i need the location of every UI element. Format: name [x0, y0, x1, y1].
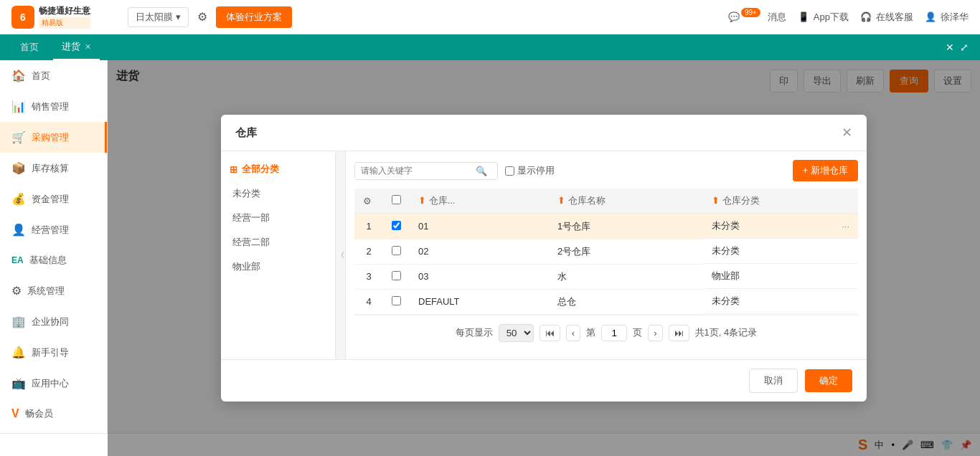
online-service-label: 在线客服	[876, 11, 913, 24]
category-all-item[interactable]: ⊞ 全部分类	[221, 157, 335, 181]
settings-icon[interactable]: ⚙	[197, 10, 207, 24]
row-name: 总仓	[549, 289, 704, 314]
category-item-property[interactable]: 物业部	[221, 255, 335, 279]
row-num: 3	[354, 264, 383, 289]
member-icon: V	[11, 407, 19, 420]
category-item-dept1[interactable]: 经营一部	[221, 206, 335, 230]
table-row[interactable]: 1 01 1号仓库 未分类 ···	[354, 214, 858, 239]
tab-purchase[interactable]: 进货 ✕	[53, 34, 100, 60]
table-body: 1 01 1号仓库 未分类 ··· 2 02 2号仓库 未分类 3 03 水 物…	[354, 214, 858, 315]
store-selector[interactable]: 日太阳膜 ▾	[128, 7, 189, 27]
tab-close-icon[interactable]: ✕	[85, 42, 91, 52]
th-checkbox	[383, 189, 410, 214]
sidebar-item-system[interactable]: ⚙ 系统管理	[0, 275, 107, 306]
top-header: 6 畅捷通好生意 精易版 日太阳膜 ▾ ⚙ 体验行业方案 💬 99+ 消息 📱 …	[0, 0, 980, 34]
row-checkbox-cell[interactable]	[383, 214, 410, 239]
sidebar-item-operations[interactable]: 👤 经营管理	[0, 214, 107, 245]
logo-area: 6 畅捷通好生意 精易版	[11, 5, 119, 29]
pagination: 每页显示 50 ⏮ ‹ 第 页 › ⏭ 共1页, 4条记录	[354, 315, 858, 351]
category-item-unclassified[interactable]: 未分类	[221, 181, 335, 206]
chevron-left-icon: 《	[337, 250, 344, 260]
sidebar-item-label-enterprise: 企业协同	[32, 315, 69, 328]
select-all-checkbox[interactable]	[392, 195, 401, 204]
row-checkbox[interactable]	[392, 271, 401, 280]
sidebar-item-inventory[interactable]: 📦 库存核算	[0, 153, 107, 184]
online-service-group[interactable]: 🎧 在线客服	[860, 11, 913, 24]
sidebar-item-enterprise[interactable]: 🏢 企业协同	[0, 306, 107, 337]
row-checkbox-cell[interactable]	[383, 289, 410, 314]
sidebar-item-basic[interactable]: EA 基础信息	[0, 245, 107, 275]
row-category: 未分类	[703, 239, 858, 264]
table-toolbar: 🔍 显示停用 + 新增仓库	[354, 160, 858, 181]
page-prev-button[interactable]: ‹	[566, 325, 580, 341]
sidebar-item-member[interactable]: V 畅会员	[0, 399, 107, 429]
app-logo-icon: 6	[11, 6, 34, 29]
sidebar-item-sales[interactable]: 📊 销售管理	[0, 91, 107, 122]
trial-button[interactable]: 体验行业方案	[216, 6, 292, 28]
row-code: DEFAULT	[410, 289, 549, 314]
category-property-label: 物业部	[232, 261, 260, 272]
modal-close-button[interactable]: ✕	[842, 125, 852, 141]
row-checkbox-cell[interactable]	[383, 239, 410, 264]
table-row[interactable]: 4 DEFAULT 总仓 未分类	[354, 289, 858, 314]
row-more-button[interactable]: ···	[842, 221, 849, 232]
app-download-label: App下载	[814, 11, 849, 24]
table-row[interactable]: 2 02 2号仓库 未分类	[354, 239, 858, 264]
page-input[interactable]	[601, 325, 627, 341]
row-checkbox[interactable]	[392, 221, 401, 230]
sidebar-item-guide[interactable]: 🔔 新手引导	[0, 337, 107, 368]
panel-collapse-button[interactable]: 《	[336, 151, 346, 359]
notif-label: 消息	[768, 11, 786, 24]
table-row[interactable]: 3 03 水 物业部	[354, 264, 858, 289]
modal-footer: 取消 确定	[221, 359, 867, 402]
confirm-button[interactable]: 确定	[805, 369, 852, 392]
sidebar-item-label-operations: 经营管理	[32, 224, 69, 237]
category-dept1-label: 经营一部	[232, 212, 270, 223]
page-next-button[interactable]: ›	[648, 325, 662, 341]
category-item-dept2[interactable]: 经营二部	[221, 230, 335, 255]
show-disabled-label[interactable]: 显示停用	[505, 164, 555, 177]
modal-title: 仓库	[235, 126, 257, 140]
page-last-button[interactable]: ⏭	[669, 325, 689, 341]
row-name: 2号仓库	[549, 239, 704, 264]
sidebar-item-label-sales: 销售管理	[32, 100, 69, 113]
cancel-button[interactable]: 取消	[749, 369, 798, 393]
finance-icon: 💰	[11, 192, 26, 206]
sidebar-item-home[interactable]: 🏠 首页	[0, 60, 107, 91]
headset-icon: 🎧	[860, 11, 872, 22]
sidebar-item-purchase[interactable]: 🛒 采购管理	[0, 122, 107, 153]
user-group[interactable]: 👤 徐泽华	[925, 11, 969, 24]
sort-icon: ⬆	[418, 195, 426, 206]
category-dept2-label: 经营二部	[232, 237, 270, 247]
app-name-text: 畅捷通好生意 精易版	[39, 5, 90, 29]
sidebar-item-label-member: 畅会员	[25, 407, 53, 420]
page-first-button[interactable]: ⏮	[540, 325, 560, 341]
tab-home[interactable]: 首页	[11, 34, 47, 60]
window-expand-icon[interactable]: ⤢	[960, 42, 969, 53]
total-info: 共1页, 4条记录	[695, 326, 758, 339]
category-unclassified-label: 未分类	[232, 188, 260, 199]
search-input[interactable]	[361, 166, 476, 176]
header-right: 💬 99+ 消息 📱 App下载 🎧 在线客服 👤 徐泽华	[728, 11, 969, 24]
row-checkbox-cell[interactable]	[383, 264, 410, 289]
sidebar-item-appstore[interactable]: 📺 应用中心	[0, 368, 107, 399]
window-close-icon[interactable]: ✕	[946, 42, 954, 53]
modal-header: 仓库 ✕	[221, 115, 867, 151]
mobile-icon: 📱	[798, 11, 809, 22]
operations-icon: 👤	[11, 223, 26, 237]
row-name: 水	[549, 264, 704, 289]
app-download-group[interactable]: 📱 App下载	[798, 11, 849, 24]
show-disabled-checkbox[interactable]	[505, 166, 514, 176]
page-size-select[interactable]: 50	[499, 324, 534, 342]
sub-header-right: ✕ ⤢	[946, 42, 969, 53]
sidebar-item-finance[interactable]: 💰 资金管理	[0, 184, 107, 214]
search-icon[interactable]: 🔍	[476, 166, 487, 176]
page-unit-label: 页	[633, 326, 642, 339]
row-checkbox[interactable]	[392, 246, 401, 255]
sort-name-icon: ⬆	[557, 195, 565, 206]
message-icon: 💬	[728, 11, 740, 22]
add-warehouse-button[interactable]: + 新增仓库	[793, 160, 858, 181]
enterprise-icon: 🏢	[11, 315, 26, 328]
notification-group[interactable]: 💬 99+ 消息	[728, 11, 786, 24]
row-checkbox[interactable]	[392, 296, 401, 305]
